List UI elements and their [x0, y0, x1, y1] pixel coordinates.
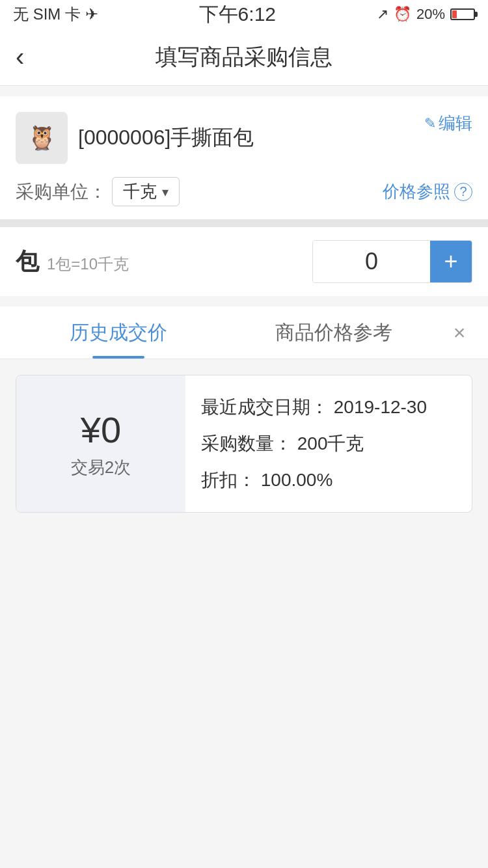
- tabs-container: 历史成交价 商品价格参考 ×: [0, 306, 488, 359]
- page-title: 填写商品采购信息: [156, 42, 332, 72]
- qty-conversion: 1包=10千克: [47, 254, 129, 275]
- status-bar: 无 SIM 卡 ✈ 下午6:12 ↗ ⏰ 20%: [0, 0, 488, 29]
- purchase-qty-row: 采购数量： 200千克: [201, 430, 456, 457]
- product-left: 🦉 [0000006]手撕面包: [16, 112, 254, 164]
- tabs-row: 历史成交价 商品价格参考 ×: [0, 306, 488, 359]
- history-price: ¥0: [81, 409, 121, 451]
- purchase-qty-value: 200千克: [297, 433, 364, 454]
- recent-date-row: 最近成交日期： 2019-12-30: [201, 394, 456, 421]
- history-section: ¥0 交易2次 最近成交日期： 2019-12-30 采购数量： 200千克 折…: [0, 359, 488, 528]
- history-trades: 交易2次: [71, 456, 131, 479]
- back-button[interactable]: ‹: [16, 42, 24, 72]
- nav-bar: ‹ 填写商品采购信息: [0, 29, 488, 86]
- qty-label: 包 1包=10千克: [16, 246, 129, 278]
- recent-date-label: 最近成交日期：: [201, 397, 329, 417]
- qty-input-wrapper: +: [312, 240, 472, 283]
- unit-select[interactable]: 千克 ▾: [112, 177, 180, 206]
- status-right: ↗ ⏰ 20%: [377, 6, 475, 23]
- unit-label: 采购单位：: [16, 180, 107, 204]
- status-left: 无 SIM 卡 ✈: [13, 4, 98, 25]
- tab-price-reference[interactable]: 商品价格参考: [226, 306, 441, 359]
- qty-plus-button[interactable]: +: [430, 241, 472, 282]
- product-card: 🦉 [0000006]手撕面包 ✎ 编辑 采购单位： 千克 ▾ 价格参照 ?: [0, 96, 488, 219]
- unit-value: 千克: [123, 180, 157, 203]
- qty-unit-name: 包: [16, 246, 39, 278]
- history-right: 最近成交日期： 2019-12-30 采购数量： 200千克 折扣： 100.0…: [185, 375, 472, 512]
- tab-history-price[interactable]: 历史成交价: [10, 306, 226, 359]
- battery-percent: 20%: [416, 6, 445, 23]
- edit-label: 编辑: [439, 112, 472, 135]
- product-unit-row: 采购单位： 千克 ▾ 价格参照 ?: [16, 177, 472, 206]
- gray-divider: [0, 219, 488, 227]
- discount-value: 100.00%: [261, 470, 333, 490]
- price-ref-button[interactable]: 价格参照 ?: [383, 180, 472, 203]
- tab-price-ref-label: 商品价格参考: [275, 319, 392, 346]
- price-ref-label: 价格参照: [383, 180, 450, 203]
- alarm-icon: ⏰: [394, 6, 411, 23]
- recent-date-value: 2019-12-30: [334, 397, 427, 417]
- qty-input[interactable]: [313, 241, 430, 282]
- status-time: 下午6:12: [199, 1, 276, 28]
- purchase-qty-label: 采购数量：: [201, 433, 292, 454]
- edit-icon: ✎: [424, 115, 436, 132]
- history-card: ¥0 交易2次 最近成交日期： 2019-12-30 采购数量： 200千克 折…: [16, 375, 472, 513]
- discount-label: 折扣：: [201, 470, 256, 490]
- signal-text: 无 SIM 卡 ✈: [13, 4, 98, 25]
- price-ref-icon: ?: [454, 183, 472, 201]
- tab-history-label: 历史成交价: [70, 319, 167, 346]
- quantity-row: 包 1包=10千克 +: [0, 227, 488, 296]
- battery-icon: [450, 8, 475, 20]
- product-name: [0000006]手撕面包: [78, 124, 254, 152]
- product-thumbnail: 🦉: [16, 112, 68, 164]
- discount-row: 折扣： 100.00%: [201, 467, 456, 494]
- page-background: [0, 528, 488, 868]
- location-icon: ↗: [377, 6, 388, 23]
- history-left: ¥0 交易2次: [16, 375, 185, 512]
- tabs-close-button[interactable]: ×: [441, 314, 478, 351]
- product-header: 🦉 [0000006]手撕面包 ✎ 编辑: [16, 112, 472, 164]
- edit-button[interactable]: ✎ 编辑: [424, 112, 472, 135]
- unit-dropdown-icon: ▾: [162, 184, 169, 200]
